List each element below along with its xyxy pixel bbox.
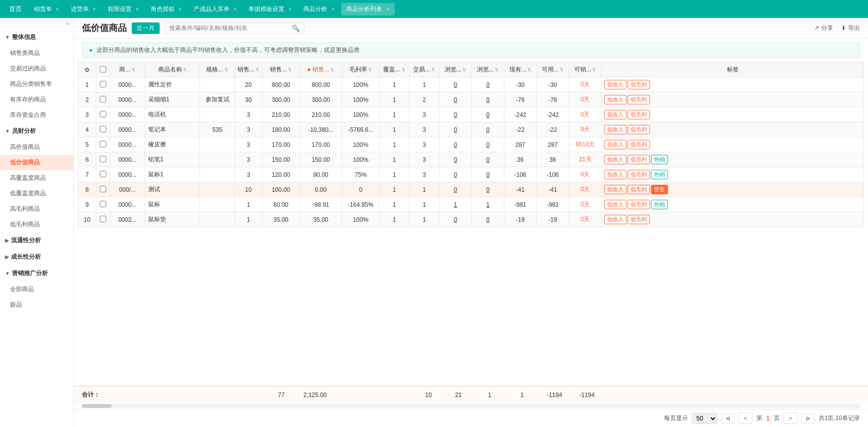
sidebar-item-high-value[interactable]: 高价值商品 (0, 139, 73, 155)
close-goods-analysis-tab[interactable]: × (331, 6, 334, 12)
col-sellable[interactable]: 可销...⇅ (569, 62, 602, 77)
col-s2[interactable]: 销售...⇅ (262, 62, 300, 77)
sidebar-item-low-value[interactable]: 低价值商品 (0, 155, 73, 170)
page-prev-button[interactable]: ＜ (738, 413, 752, 424)
select-all-checkbox[interactable] (100, 66, 106, 72)
col-s1[interactable]: 销售...⇅ (235, 62, 262, 77)
browse2-link[interactable]: 0 (486, 186, 490, 193)
close-permission-tab[interactable]: × (136, 6, 139, 12)
nav-product[interactable]: 产成品入库单 × (189, 3, 241, 15)
close-product-tab[interactable]: × (233, 6, 236, 12)
nav-template[interactable]: 单据模板设置 × (243, 3, 296, 15)
cell-stock: 287 (504, 137, 537, 152)
row-checkbox[interactable] (100, 81, 106, 87)
sidebar-group-growth[interactable]: ▶ 成长性分析 (0, 249, 73, 265)
row-checkbox[interactable] (100, 201, 106, 207)
sidebar-item-stock-capital[interactable]: 库存资金占用 (0, 107, 73, 123)
close-goods-list-tab[interactable]: × (386, 6, 389, 12)
close-template-tab[interactable]: × (288, 6, 291, 12)
browse1-link[interactable]: 0 (454, 186, 457, 193)
browse2-link[interactable]: 0 (486, 96, 490, 103)
col-code[interactable]: 商...⇅ (110, 62, 145, 77)
col-avail[interactable]: 可用...⇅ (537, 62, 569, 77)
cell-gross: 100% (342, 212, 380, 227)
row-checkbox[interactable] (100, 216, 106, 222)
nav-goods-list[interactable]: 商品分析列表 × (341, 3, 394, 15)
nav-purchase[interactable]: 进货单 × (66, 3, 101, 15)
footer-label: 合计： (82, 391, 100, 399)
browse1-link[interactable]: 0 (454, 141, 457, 148)
browse2-link[interactable]: 0 (486, 111, 490, 118)
col-stock[interactable]: 现有...⇅ (504, 62, 537, 77)
page-last-button[interactable]: ⊳ (802, 414, 815, 424)
sidebar-item-low-coverage[interactable]: 低覆盖度商品 (0, 186, 73, 201)
close-role-tab[interactable]: × (179, 6, 182, 12)
sidebar-collapse-button[interactable]: « (0, 18, 73, 29)
browse2-link[interactable]: 0 (486, 81, 490, 88)
horizontal-scrollbar[interactable] (82, 404, 860, 408)
sidebar-item-sales-products[interactable]: 销售类商品 (0, 45, 73, 61)
row-checkbox[interactable] (100, 171, 106, 177)
col-browse2[interactable]: 浏览...⇅ (472, 62, 504, 77)
col-gross[interactable]: 毛利率⇅ (342, 62, 380, 77)
sidebar-item-low-margin[interactable]: 低毛利商品 (0, 217, 73, 232)
col-browse1[interactable]: 浏览...⇅ (439, 62, 472, 77)
browse2-link[interactable]: 1 (486, 201, 490, 208)
col-settings[interactable]: ⚙ (78, 62, 96, 77)
search-input[interactable] (169, 24, 289, 31)
export-button[interactable]: ⬇ 导出 (841, 24, 860, 32)
nav-goods-analysis[interactable]: 商品分析 × (298, 3, 339, 15)
sidebar-group-financial[interactable]: ▼ 员财分析 (0, 123, 73, 139)
share-button[interactable]: ↗ 分享 (814, 24, 833, 32)
page-first-button[interactable]: ⊲ (721, 414, 734, 424)
col-spec[interactable]: 规格...⇅ (200, 62, 235, 77)
per-page-select[interactable]: 50 100 200 (692, 413, 717, 424)
sidebar-item-in-stock[interactable]: 有库存的商品 (0, 92, 73, 107)
period-button[interactable]: 近一月 (132, 22, 160, 34)
browse1-link[interactable]: 0 (454, 216, 457, 223)
row-checkbox[interactable] (100, 141, 106, 147)
row-checkbox[interactable] (100, 96, 106, 102)
nav-permission[interactable]: 权限设置 × (103, 3, 144, 15)
browse2-link[interactable]: 0 (486, 126, 490, 133)
browse1-link[interactable]: 0 (454, 111, 457, 118)
col-trade[interactable]: 交易...⇅ (410, 62, 439, 77)
page-next-button[interactable]: ＞ (784, 413, 798, 424)
nav-sales[interactable]: 销货单 × (29, 3, 64, 15)
sidebar-item-high-margin[interactable]: 高毛利商品 (0, 201, 73, 217)
sidebar-item-new-products[interactable]: 新品 (0, 297, 73, 313)
browse2-link[interactable]: 0 (486, 216, 490, 223)
browse1-link[interactable]: 1 (454, 201, 457, 208)
col-tags[interactable]: 标签 (602, 62, 864, 77)
browse1-link[interactable]: 0 (454, 156, 457, 163)
col-coverage[interactable]: 覆盖...⇅ (380, 62, 410, 77)
sort-browse1-icon: ⇅ (462, 67, 466, 72)
sidebar-item-category-sales[interactable]: 商品分类销售率 (0, 76, 73, 92)
row-checkbox[interactable] (100, 186, 106, 192)
col-s3[interactable]: ● 销售...⇅ (300, 62, 342, 77)
browse2-link[interactable]: 0 (486, 171, 490, 178)
sidebar-group-liquidity[interactable]: ▶ 流通性分析 (0, 232, 73, 249)
col-name[interactable]: 商品名称⇅ (145, 62, 200, 77)
row-checkbox[interactable] (100, 126, 106, 132)
browse1-link[interactable]: 0 (454, 126, 457, 133)
nav-role[interactable]: 角色授权 × (146, 3, 187, 15)
sidebar-group-overall[interactable]: ▼ 整体信息 (0, 29, 73, 45)
search-icon[interactable]: 🔍 (292, 24, 300, 32)
sidebar-item-traded[interactable]: 交易过的商品 (0, 61, 73, 76)
browse1-link[interactable]: 0 (454, 96, 457, 103)
cell-gross: 75% (342, 167, 380, 182)
browse1-link[interactable]: 0 (454, 81, 457, 88)
close-purchase-tab[interactable]: × (93, 6, 96, 12)
sidebar-item-all-products[interactable]: 全部商品 (0, 282, 73, 297)
sidebar-item-high-coverage[interactable]: 高覆盖度商品 (0, 170, 73, 186)
browse2-link[interactable]: 0 (486, 141, 490, 148)
sidebar-group-marketing[interactable]: ▼ 营销推广分析 (0, 265, 73, 282)
nav-home[interactable]: 首页 (4, 2, 27, 15)
row-checkbox[interactable] (100, 111, 106, 117)
browse2-link[interactable]: 0 (486, 156, 490, 163)
close-sales-tab[interactable]: × (56, 6, 59, 12)
row-checkbox[interactable] (100, 156, 106, 162)
cell-trade: 1 (410, 77, 439, 92)
browse1-link[interactable]: 0 (454, 171, 457, 178)
